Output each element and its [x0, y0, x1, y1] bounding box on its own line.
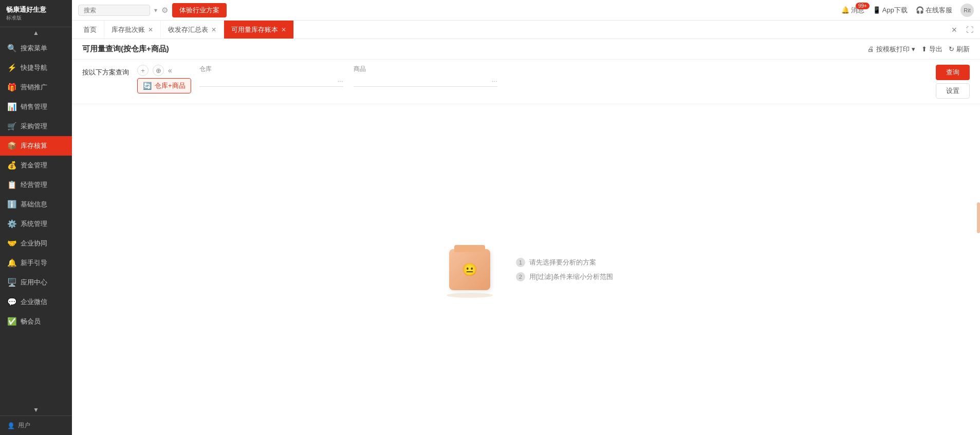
right-scrollbar[interactable] [977, 202, 980, 233]
warehouse-more-icon[interactable]: ··· [338, 77, 343, 85]
add-scheme-btn[interactable]: + [137, 65, 149, 76]
filter-label: 按以下方案查询 [82, 65, 129, 77]
sidebar-label-app-center: 应用中心 [21, 278, 47, 287]
sidebar-item-search[interactable]: 🔍 搜索菜单 [0, 39, 72, 58]
tab-batch-account[interactable]: 库存批次账✕ [104, 21, 161, 39]
sidebar-label-shortcut: 快捷导航 [21, 63, 47, 72]
user-icon: 👤 [7, 422, 15, 429]
tab-available-qty[interactable]: 可用量库存账本✕ [224, 21, 294, 39]
empty-tips: 1 请先选择要分析的方案 2 用[过滤]条件来缩小分析范围 [516, 258, 613, 281]
sidebar-item-system-mgmt[interactable]: ⚙️ 系统管理 [0, 214, 72, 234]
notification-badge: 99+ [856, 3, 870, 9]
sidebar-item-funds-mgmt[interactable]: 💰 资金管理 [0, 156, 72, 175]
action-buttons: 查询 设置 [936, 65, 970, 99]
sidebar-item-enterprise-wechat[interactable]: 💬 企业微信 [0, 292, 72, 312]
sidebar-item-member[interactable]: ✅ 畅会员 [0, 312, 72, 331]
close-all-tabs-btn[interactable]: ✕ [948, 24, 960, 36]
empty-tip-2: 2 用[过滤]条件来缩小分析范围 [516, 272, 613, 281]
try-industry-btn[interactable]: 体验行业方案 [172, 3, 227, 17]
search-chevron-icon[interactable]: ▾ [154, 7, 157, 14]
sidebar-scroll-down[interactable]: ▼ [0, 404, 72, 415]
warehouse-label: 仓库 [199, 65, 343, 73]
tip-num-1: 1 [516, 258, 525, 267]
sidebar: 畅康通好生意 标准版 ▲ 🔍 搜索菜单 ⚡ 快捷导航 🎁 营销推广 📊 销售管理… [0, 0, 72, 435]
product-more-icon[interactable]: ··· [492, 77, 497, 85]
sidebar-label-sales-mgmt: 销售管理 [21, 102, 47, 111]
manage-scheme-btn[interactable]: ⊕ [153, 65, 164, 76]
sidebar-item-shortcut[interactable]: ⚡ 快捷导航 [0, 58, 72, 78]
product-input[interactable] [354, 74, 497, 87]
export-btn[interactable]: ⬆ 导出 [921, 45, 942, 54]
print-btn[interactable]: 🖨 按模板打印 ▾ [867, 45, 915, 54]
refresh-label: 刷新 [956, 45, 970, 54]
refresh-icon: ↻ [949, 45, 954, 53]
sidebar-label-system-mgmt: 系统管理 [21, 219, 47, 229]
inventory-calc-icon: 📦 [7, 141, 16, 150]
sidebar-label-basic-info: 基础信息 [21, 200, 47, 209]
empty-tip-1: 1 请先选择要分析的方案 [516, 258, 613, 267]
sidebar-item-basic-info[interactable]: ℹ️ 基础信息 [0, 195, 72, 214]
search-input[interactable] [78, 5, 150, 16]
warehouse-input[interactable] [199, 74, 343, 87]
export-label: 导出 [929, 45, 942, 54]
sidebar-item-enterprise-collab[interactable]: 🤝 企业协同 [0, 234, 72, 253]
ops-mgmt-icon: 📋 [7, 180, 16, 190]
sidebar-footer[interactable]: 👤 用户 [0, 415, 72, 435]
empty-state: 😐 1 请先选择要分析的方案 2 用[过滤]条件来缩小分析范围 [72, 104, 980, 435]
sidebar-item-app-center[interactable]: 🖥️ 应用中心 [0, 273, 72, 292]
sidebar-label-purchase-mgmt: 采购管理 [21, 122, 47, 131]
bell-icon: 🔔 [841, 6, 849, 14]
page-header: 可用量查询(按仓库+商品) 🖨 按模板打印 ▾ ⬆ 导出 ↻ 刷新 [72, 39, 980, 60]
page-title: 可用量查询(按仓库+商品) [82, 44, 169, 54]
print-chevron-icon[interactable]: ▾ [912, 45, 915, 53]
sidebar-label-search: 搜索菜单 [21, 44, 47, 53]
scheme-actions: + ⊕ « [137, 65, 191, 76]
sidebar-item-sales-mgmt[interactable]: 📊 销售管理 [0, 97, 72, 117]
sidebar-scroll-up[interactable]: ▲ [0, 27, 72, 39]
system-mgmt-icon: ⚙️ [7, 219, 16, 229]
tab-home[interactable]: 首页 [76, 21, 104, 39]
app-download-label: App下载 [882, 6, 908, 15]
export-icon: ⬆ [921, 45, 927, 53]
user-name: Rit [964, 7, 970, 13]
sidebar-label-enterprise-collab: 企业协同 [21, 239, 47, 248]
settings-gear-icon[interactable]: ⚙ [161, 6, 168, 15]
online-service-label: 在线客服 [926, 6, 952, 15]
tab-recv-summary[interactable]: 收发存汇总表✕ [161, 21, 224, 39]
tab-close-recv-summary[interactable]: ✕ [211, 26, 216, 33]
sidebar-item-marketing-promo[interactable]: 🎁 营销推广 [0, 78, 72, 97]
tab-label-batch-account: 库存批次账 [112, 25, 145, 34]
app-download-btn[interactable]: 📱 App下载 [873, 6, 908, 15]
query-btn[interactable]: 查询 [936, 65, 970, 80]
tab-close-available-qty[interactable]: ✕ [281, 26, 286, 33]
sidebar-item-ops-mgmt[interactable]: 📋 经营管理 [0, 175, 72, 195]
settings-btn[interactable]: 设置 [936, 83, 970, 99]
sidebar-item-purchase-mgmt[interactable]: 🛒 采购管理 [0, 117, 72, 136]
scheme-icon: 🔄 [143, 82, 152, 90]
refresh-btn[interactable]: ↻ 刷新 [949, 45, 970, 54]
product-field: 商品 ··· [354, 65, 497, 87]
brand-name: 畅康通好生意 [6, 5, 66, 14]
tab-bar-end: ✕ ⛶ [944, 21, 980, 39]
expand-tabs-btn[interactable]: ⛶ [964, 24, 976, 36]
notification-btn[interactable]: 🔔 消息 99+ [841, 6, 864, 15]
collapse-filter-btn[interactable]: « [168, 66, 172, 74]
new-guide-icon: 🔔 [7, 258, 16, 268]
sidebar-label-new-guide: 新手引导 [21, 258, 47, 268]
enterprise-wechat-icon: 💬 [7, 297, 16, 307]
tip-num-2: 2 [516, 272, 525, 281]
online-service-btn[interactable]: 🎧 在线客服 [916, 6, 952, 15]
search-icon: 🔍 [7, 44, 16, 53]
sidebar-user: 用户 [18, 421, 30, 430]
sidebar-label-member: 畅会员 [21, 317, 41, 326]
sidebar-item-new-guide[interactable]: 🔔 新手引导 [0, 253, 72, 273]
avatar[interactable]: Rit [960, 4, 974, 17]
sidebar-item-inventory-calc[interactable]: 📦 库存核算 [0, 136, 72, 156]
warehouse-field: 仓库 ··· [199, 65, 343, 87]
scheme-item-warehouse-product[interactable]: 🔄 仓库+商品 [137, 78, 191, 93]
page-actions: 🖨 按模板打印 ▾ ⬆ 导出 ↻ 刷新 [867, 45, 970, 54]
filter-area: 按以下方案查询 + ⊕ « 🔄 仓库+商品 仓库 ··· 商品 [72, 60, 980, 104]
sidebar-label-enterprise-wechat: 企业微信 [21, 297, 47, 307]
tab-close-batch-account[interactable]: ✕ [148, 26, 153, 33]
shortcut-icon: ⚡ [7, 63, 16, 72]
